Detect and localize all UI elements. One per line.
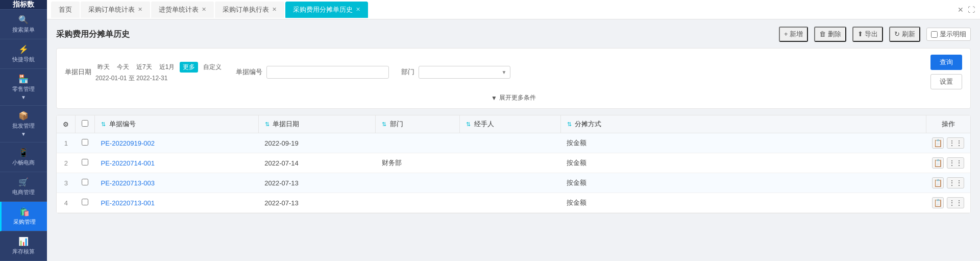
- col-doc-date-label: 单据日期: [273, 120, 299, 128]
- row-num: 3: [57, 173, 76, 193]
- tab-purchase-order-stats[interactable]: 采购订单统计表 ✕: [81, 2, 150, 18]
- expand-row: ▼ 展开更多条件: [65, 93, 962, 102]
- close-icon[interactable]: ✕: [356, 6, 360, 13]
- col-doc-date: ⇅ 单据日期: [258, 115, 375, 133]
- edit-icon[interactable]: 📋: [932, 137, 944, 149]
- sidebar-item-label: 批发管理: [12, 122, 35, 130]
- col-action: 操作: [926, 115, 970, 133]
- header-actions: + 新增 🗑 删除 ⬆ 导出 ↻ 刷新 显示明细: [779, 27, 971, 42]
- col-settings: ⚙: [57, 115, 76, 133]
- add-button[interactable]: + 新增: [779, 27, 808, 42]
- sidebar-item-mobile[interactable]: 📱 小畅电商: [0, 143, 47, 172]
- expand-button[interactable]: ▼ 展开更多条件: [491, 93, 536, 102]
- tab-label: 进货单统计表: [159, 5, 199, 14]
- row-handler: [460, 133, 560, 153]
- row-checkbox-cell: [76, 173, 95, 193]
- sidebar-item-inventory[interactable]: 📊 库存核算: [0, 231, 47, 261]
- delete-button[interactable]: 🗑 删除: [814, 27, 846, 42]
- row-checkbox[interactable]: [82, 139, 88, 146]
- shortcut-yesterday[interactable]: 昨天: [95, 62, 112, 73]
- tab-purchase-cost-split[interactable]: 采购费用分摊单历史 ✕: [285, 2, 368, 18]
- date-shortcut-row: 昨天 今天 近7天 近1月 更多 自定义: [95, 62, 224, 73]
- query-button[interactable]: 查询: [930, 55, 962, 70]
- tab-incoming-stats[interactable]: 进货单统计表 ✕: [151, 2, 214, 18]
- doc-no-link[interactable]: PE-20220919-002: [101, 139, 155, 147]
- col-handler: ⇅ 经手人: [460, 115, 560, 133]
- tab-label: 采购费用分摊单历史: [293, 5, 353, 14]
- sidebar-item-wholesale[interactable]: 📦 批发管理 ▼: [0, 106, 47, 143]
- doc-no-link[interactable]: PE-20220713-001: [101, 199, 155, 207]
- shortcut-more[interactable]: 更多: [180, 62, 198, 73]
- maximize-icon[interactable]: ⛶: [968, 6, 975, 14]
- dept-select[interactable]: [419, 66, 510, 79]
- tab-actions: ✕ ⛶: [958, 6, 980, 14]
- row-doc-date: 2022-07-13: [258, 173, 375, 193]
- table-header-row: ⚙ ⇅ 单据编号 ⇅ 单据日期: [57, 115, 970, 133]
- close-window-icon[interactable]: ✕: [958, 6, 964, 14]
- shortcut-1month[interactable]: 近1月: [157, 62, 177, 73]
- docno-input[interactable]: [266, 66, 389, 79]
- row-num: 2: [57, 153, 76, 173]
- cart-icon: 🛒: [18, 177, 29, 187]
- sidebar-item-label: 电商管理: [12, 188, 35, 196]
- sidebar-item-retail[interactable]: 🏪 零售管理 ▼: [0, 69, 47, 106]
- sidebar-item-label: 采购管理: [13, 218, 36, 226]
- more-icon[interactable]: ⋮⋮: [947, 157, 964, 169]
- edit-icon[interactable]: 📋: [932, 157, 944, 169]
- chevron-down-icon: ▼: [21, 131, 26, 137]
- more-icon[interactable]: ⋮⋮: [947, 197, 964, 208]
- edit-icon[interactable]: 📋: [932, 197, 944, 208]
- sidebar-logo: 指标数: [0, 0, 47, 10]
- row-doc-date: 2022-07-13: [258, 193, 375, 213]
- table-row: 4 PE-20220713-001 2022-07-13 按金额 📋 ⋮⋮: [57, 193, 970, 213]
- row-checkbox[interactable]: [82, 179, 88, 185]
- close-icon[interactable]: ✕: [202, 6, 206, 13]
- row-split-method: 按金额: [560, 133, 926, 153]
- sidebar-item-search[interactable]: 🔍 搜索菜单: [0, 10, 47, 39]
- row-checkbox[interactable]: [82, 159, 88, 165]
- tab-home[interactable]: 首页: [51, 2, 80, 18]
- shortcut-today[interactable]: 今天: [115, 62, 131, 73]
- doc-no-link[interactable]: PE-20220713-003: [101, 179, 155, 187]
- row-checkbox-cell: [76, 133, 95, 153]
- col-split-method-label: 分摊方式: [575, 120, 601, 128]
- refresh-button[interactable]: ↻ 刷新: [889, 27, 920, 42]
- col-dept: ⇅ 部门: [376, 115, 460, 133]
- row-num: 1: [57, 133, 76, 153]
- row-handler: [460, 173, 560, 193]
- gear-icon[interactable]: ⚙: [63, 121, 69, 128]
- tab-purchase-order-exec[interactable]: 采购订单执行表 ✕: [215, 2, 284, 18]
- sidebar-item-purchase[interactable]: 🛍️ 采购管理: [0, 202, 47, 231]
- show-cols-button[interactable]: 显示明细: [926, 28, 971, 41]
- more-icon[interactable]: ⋮⋮: [947, 177, 964, 188]
- doc-no-link[interactable]: PE-20220714-001: [101, 159, 155, 167]
- row-checkbox[interactable]: [82, 199, 88, 205]
- row-checkbox-cell: [76, 153, 95, 173]
- shortcut-custom[interactable]: 自定义: [201, 62, 224, 73]
- sidebar-item-quicknav[interactable]: ⚡ 快捷导航: [0, 39, 47, 69]
- more-icon[interactable]: ⋮⋮: [947, 137, 964, 149]
- settings-button[interactable]: 设置: [930, 74, 962, 89]
- expand-label: 展开更多条件: [499, 93, 536, 102]
- select-all-checkbox[interactable]: [82, 120, 88, 127]
- sidebar-item-ecommerce[interactable]: 🛒 电商管理: [0, 172, 47, 202]
- close-icon[interactable]: ✕: [138, 6, 142, 13]
- show-cols-checkbox[interactable]: [931, 31, 938, 38]
- filter-row: 单据日期 昨天 今天 近7天 近1月 更多 自定义 2022-01-01 至 2…: [65, 55, 962, 89]
- action-icon-group: 📋 ⋮⋮: [932, 157, 964, 169]
- store-icon: 🏪: [18, 74, 29, 84]
- search-icon: 🔍: [18, 15, 29, 25]
- filter-date: 单据日期 昨天 今天 近7天 近1月 更多 自定义 2022-01-01 至 2…: [65, 62, 224, 83]
- sidebar-item-label: 小畅电商: [12, 159, 35, 167]
- mobile-icon: 📱: [18, 148, 29, 157]
- docno-filter-label: 单据编号: [236, 67, 262, 77]
- export-button[interactable]: ⬆ 导出: [852, 27, 884, 42]
- row-checkbox-cell: [76, 193, 95, 213]
- col-doc-no: ⇅ 单据编号: [95, 115, 259, 133]
- edit-icon[interactable]: 📋: [932, 177, 944, 188]
- shortcut-7days[interactable]: 近7天: [134, 62, 154, 73]
- close-icon[interactable]: ✕: [272, 6, 277, 13]
- flash-icon: ⚡: [18, 44, 29, 54]
- table-row: 2 PE-20220714-001 2022-07-14 财务部 按金额 📋 ⋮…: [57, 153, 970, 173]
- tab-bar: 首页 采购订单统计表 ✕ 进货单统计表 ✕ 采购订单执行表 ✕ 采购费用分摊单历…: [47, 0, 980, 19]
